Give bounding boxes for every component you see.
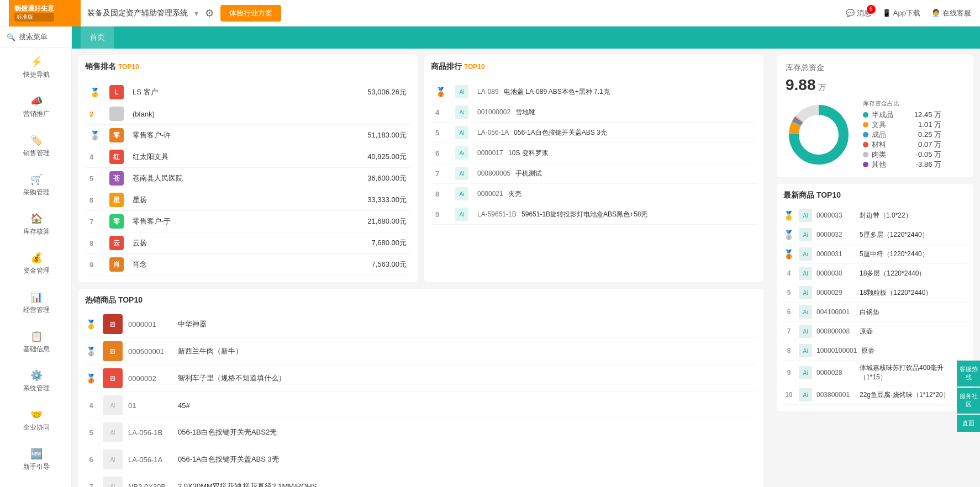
rank-avatar: 苍 xyxy=(109,171,124,186)
hot-product-name: 056-1B白色按键开关壳ABS2壳 xyxy=(178,427,757,437)
product-info: 0000021 夹壳 xyxy=(473,184,757,204)
settings-icon[interactable]: ⚙ xyxy=(205,7,214,19)
rank-avatar-cell: L xyxy=(105,82,128,103)
product-ranking-table: 🥉 Ai LA-089 电池盖 LA-089 ABS本色+黑种 7.1克 4 A… xyxy=(431,82,757,225)
hot-product-name: 2.0X30MM双搓花轴.搓花直径2.1MM/ROHS xyxy=(178,481,757,487)
sidebar-item-enterprise[interactable]: 🤝 企业协同 xyxy=(0,401,71,440)
legend-label: 半成品 xyxy=(872,110,899,120)
rank-avatar-cell xyxy=(105,103,128,125)
rank-customer-name: 云扬 xyxy=(128,232,284,254)
sidebar-item-purchase[interactable]: 🛒 采购管理 xyxy=(0,166,71,205)
hot-product-img: Ai xyxy=(103,477,123,487)
new-product-name: 22g鱼豆腐-烧烤味（1*12*20） xyxy=(860,390,967,400)
legend-item: 其他 -3.86 万 xyxy=(863,160,941,170)
hot-product-img: 🖼 xyxy=(103,314,123,334)
product-img-cell: Ai xyxy=(451,184,473,204)
new-product-code: 0000032 xyxy=(816,231,855,239)
new-product-name: 白钢垫 xyxy=(860,308,967,317)
new-product-name: 5厘多层（1220*2440） xyxy=(860,230,967,240)
inventory-amount: 9.88 xyxy=(786,76,816,94)
sidebar-item-inventory[interactable]: 🏠 库存核算 xyxy=(0,205,71,244)
product-thumb: Ai xyxy=(455,146,468,160)
product-info: LA-089 电池盖 LA-089 ABS本色+黑种 7.1克 xyxy=(473,82,757,102)
legend-label: 成品 xyxy=(872,130,899,140)
new-product-item: 4 Ai 0000030 18多层（1220*2440） xyxy=(783,264,967,283)
rank-avatar-cell: 肖 xyxy=(105,254,128,276)
legend-dot xyxy=(863,112,868,118)
rank-avatar-cell: 苍 xyxy=(105,168,128,189)
legend-item: 成品 0.25 万 xyxy=(863,130,941,140)
operation-icon: 📊 xyxy=(30,291,43,303)
rank-avatar: 零 xyxy=(109,128,124,142)
hot-product-rank: 🥇 xyxy=(85,319,97,330)
rank-amount: 7,680.00元 xyxy=(284,232,411,254)
logo-area: 畅捷通好生意 标准版 xyxy=(9,0,81,27)
logo-badge: 标准版 xyxy=(14,13,54,22)
console-button[interactable]: 直面 xyxy=(957,415,980,432)
legend-dot xyxy=(863,152,868,157)
legend-item: 文具 1.01 万 xyxy=(863,120,941,130)
legend-value: 1.01 万 xyxy=(903,120,941,130)
rank-number: 4 xyxy=(85,146,105,168)
rank-amount: 33,333.00元 xyxy=(284,189,411,211)
hot-product-name: 中华神器 xyxy=(178,319,757,329)
search-menu-button[interactable]: 🔍 搜索菜单 xyxy=(0,27,71,48)
legend-dot xyxy=(863,132,868,137)
rank-avatar-cell: 零 xyxy=(105,211,128,232)
nav-home[interactable]: 首页 xyxy=(81,27,114,49)
sidebar-item-guide[interactable]: 🆕 新手引导 xyxy=(0,440,71,479)
service-hotline-button[interactable]: 客服热线 xyxy=(957,361,980,387)
legend-dot xyxy=(863,142,868,147)
system-dropdown-icon[interactable]: ▾ xyxy=(194,9,198,18)
sidebar-item-basic[interactable]: 📋 基础信息 xyxy=(0,322,71,362)
sidebar-item-system[interactable]: ⚙️ 系统管理 xyxy=(0,362,71,401)
hot-product-item: 6 Ai LA-056-1A 056-1A白色按键开关盖ABS 3壳 xyxy=(85,446,757,473)
sidebar-item-marketing[interactable]: 📣 营销推广 xyxy=(0,87,71,126)
hot-product-item: 5 Ai LA-056-1B 056-1B白色按键开关壳ABS2壳 xyxy=(85,419,757,446)
product-rank-number: 5 xyxy=(431,123,451,143)
product-img-cell: Ai xyxy=(451,204,473,225)
community-button[interactable]: 服务社区 xyxy=(957,388,980,414)
product-thumb: Ai xyxy=(455,208,468,221)
hot-product-rank: 4 xyxy=(85,401,97,410)
donut-chart-container: 库存资金占比 半成品 12.45 万 文具 1.01 万 成品 0.25 万 材… xyxy=(786,99,965,170)
rank-customer-name: 肖念 xyxy=(128,254,284,276)
legend-value: 12.45 万 xyxy=(903,110,941,120)
new-product-rank: 7 xyxy=(783,327,794,335)
sidebar-item-sales[interactable]: 🏷️ 销售管理 xyxy=(0,126,71,166)
hot-product-img: 🖼 xyxy=(103,341,123,361)
product-rank-row: 4 Ai 001000002 雪地靴 xyxy=(431,102,757,123)
sidebar-item-finance[interactable]: 💰 资金管理 xyxy=(0,244,71,283)
new-product-code: 000800008 xyxy=(816,327,855,335)
rank-number: 9 xyxy=(85,254,105,276)
rank-customer-name: 苍南县人民医院 xyxy=(128,168,284,189)
new-product-thumb: Ai xyxy=(799,388,812,401)
app-download-button[interactable]: 📱 App下载 xyxy=(882,8,920,18)
new-product-rank: 9 xyxy=(783,369,794,377)
product-rank-row: 7 Ai 000800005 手机测试 xyxy=(431,163,757,184)
sidebar-item-quick-nav[interactable]: ⚡ 快捷导航 xyxy=(0,48,71,87)
donut-legend: 库存资金占比 半成品 12.45 万 文具 1.01 万 成品 0.25 万 材… xyxy=(863,99,941,170)
new-product-item: 5 Ai 0000029 18颗粒板（1220*2440） xyxy=(783,283,967,303)
rank-amount: 21,680.00元 xyxy=(284,211,411,232)
new-product-code: 0000029 xyxy=(816,289,855,297)
sidebar-item-operation[interactable]: 📊 经营管理 xyxy=(0,283,71,322)
legend-dot xyxy=(863,122,868,128)
product-rank-row: 9 Ai LA-59651-1B 59651-1B旋转投影灯电池盒ABS黑色+5… xyxy=(431,204,757,225)
new-product-item: 8 Ai 10000100001 原壶 xyxy=(783,341,967,361)
customer-rank-row: 🥇 L LS 客户 53,006.26元 xyxy=(85,82,411,103)
legend-value: -3.86 万 xyxy=(903,160,941,170)
sidebar: 🔍 搜索菜单 ⚡ 快捷导航 📣 营销推广 🏷️ 销售管理 🛒 采购管理 🏠 库存… xyxy=(0,27,72,487)
new-product-item: 9 Ai 0000028 体城嘉核味苏打饮品400毫升（1*15） xyxy=(783,361,967,385)
online-service-button[interactable]: 🧑‍💼 在线客服 xyxy=(931,8,971,18)
sales-icon: 🏷️ xyxy=(30,134,43,146)
product-img-cell: Ai xyxy=(451,143,473,163)
legend-dot xyxy=(863,162,868,167)
message-button[interactable]: 💬 消息 6 xyxy=(846,8,871,18)
legend-label: 材料 xyxy=(872,140,899,150)
product-rank-number: 9 xyxy=(431,204,451,225)
hot-product-rank: 7 xyxy=(85,483,97,488)
hot-product-img: 🖼 xyxy=(103,368,123,388)
new-product-name: 原壶 xyxy=(861,346,967,356)
trial-button[interactable]: 体验行业方案 xyxy=(220,5,281,22)
